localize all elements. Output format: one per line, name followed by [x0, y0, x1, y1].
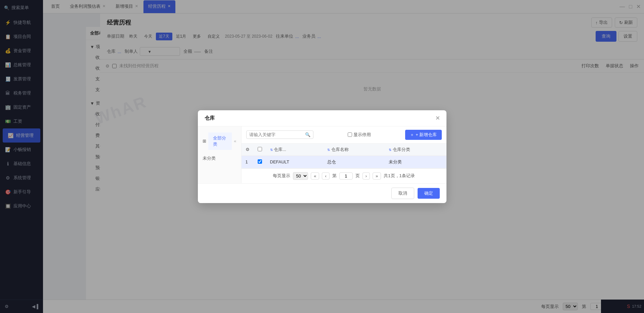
add-warehouse-button[interactable]: ＋ + 新增仓库	[405, 130, 441, 140]
total-records: 共1页，1条记录	[384, 173, 415, 179]
modal-title: 仓库	[205, 115, 215, 121]
sort-icon-name: ⇅	[327, 148, 330, 152]
first-page-button[interactable]: «	[311, 172, 319, 180]
show-disabled-input[interactable]	[348, 132, 352, 137]
modal-search-input[interactable]	[249, 132, 303, 137]
modal-close-button[interactable]: ✕	[435, 115, 440, 121]
modal-left-all[interactable]: 全部分类	[208, 132, 232, 150]
td-gear: 1	[242, 156, 254, 168]
modal-left-collapse[interactable]: «	[234, 139, 236, 144]
th-code[interactable]: ⇅ 仓库...	[266, 144, 324, 156]
modal-pagination: 每页显示 50 « ‹ 第 页 › » 共1页，1条记录	[242, 168, 446, 183]
th-gear[interactable]: ⚙	[242, 144, 254, 156]
modal-toolbar: 🔍 显示停用 ＋ + 新增仓库	[242, 126, 446, 144]
td-check[interactable]	[254, 156, 266, 168]
th-check[interactable]	[254, 144, 266, 156]
page-suffix-label: 页	[355, 173, 360, 179]
modal-left-uncategorized[interactable]: 未分类	[198, 153, 241, 164]
plus-icon: ＋	[410, 132, 414, 138]
modal-table: ⚙ ⇅ 仓库... ⇅	[242, 144, 446, 168]
page-prefix-label: 第	[332, 173, 337, 179]
confirm-button[interactable]: 确定	[418, 188, 440, 199]
per-page-label: 每页显示	[273, 173, 290, 179]
table-row[interactable]: 1 DEFAULT 总仓 未分类	[242, 156, 446, 168]
show-disabled-label: 显示停用	[353, 132, 371, 138]
modal-search-box[interactable]: 🔍	[246, 130, 313, 139]
grid-icon: ⊞	[203, 139, 206, 144]
modal-overlay: 仓库 ✕ ⊞ 全部分类 « 未分类	[0, 0, 644, 313]
td-name: 总仓	[323, 156, 385, 168]
modal-select-all[interactable]	[258, 147, 262, 151]
show-disabled-checkbox[interactable]: 显示停用	[348, 132, 371, 138]
modal-left-header: ⊞ 全部分类 «	[198, 130, 241, 153]
cancel-button[interactable]: 取消	[391, 188, 414, 199]
modal-page-input[interactable]	[339, 172, 353, 180]
th-category[interactable]: ⇅ 仓库分类	[385, 144, 446, 156]
modal-dialog: 仓库 ✕ ⊞ 全部分类 « 未分类	[198, 110, 446, 203]
last-page-button[interactable]: »	[373, 172, 381, 180]
td-category: 未分类	[385, 156, 446, 168]
modal-page-size-select[interactable]: 50	[293, 172, 308, 180]
modal-right-content: 🔍 显示停用 ＋ + 新增仓库	[242, 126, 446, 183]
td-code: DEFAULT	[266, 156, 324, 168]
modal-header: 仓库 ✕	[198, 110, 446, 126]
modal-body: ⊞ 全部分类 « 未分类 🔍 显示停用	[198, 126, 446, 183]
prev-page-button[interactable]: ‹	[322, 172, 329, 180]
th-name[interactable]: ⇅ 仓库名称	[323, 144, 385, 156]
modal-left-nav: ⊞ 全部分类 « 未分类	[198, 126, 242, 183]
modal-action-bar: 取消 确定	[198, 183, 446, 203]
modal-search-icon: 🔍	[305, 132, 310, 137]
sort-icon-category: ⇅	[389, 148, 391, 152]
row-checkbox[interactable]	[258, 159, 262, 164]
gear-icon-modal: ⚙	[246, 147, 250, 152]
next-page-button[interactable]: ›	[362, 172, 370, 180]
sort-icon-code: ⇅	[270, 148, 273, 152]
